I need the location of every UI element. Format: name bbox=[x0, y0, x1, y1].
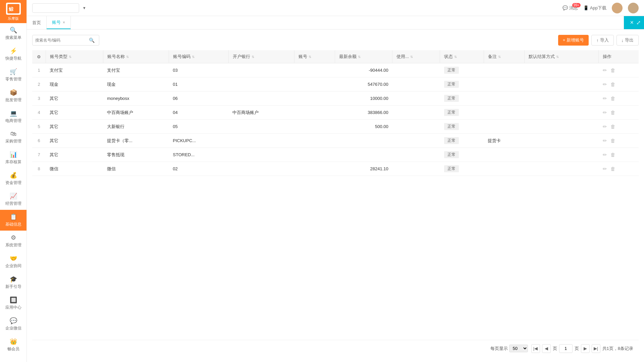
edit-button[interactable]: ✏ bbox=[603, 81, 607, 87]
sidebar-item-operations[interactable]: 📈 经营管理 bbox=[0, 189, 26, 210]
app-download-button[interactable]: 📱 App下载 bbox=[583, 5, 606, 11]
edit-button[interactable]: ✏ bbox=[603, 166, 607, 172]
last-page-button[interactable]: ▶| bbox=[592, 344, 600, 353]
message-button[interactable]: 💬 消息 99+ bbox=[562, 5, 578, 11]
status-badge: 正常 bbox=[444, 81, 459, 88]
row-usage bbox=[392, 120, 440, 134]
next-page-button[interactable]: ▶ bbox=[581, 344, 590, 353]
row-balance bbox=[335, 148, 392, 162]
row-code: PICKUPC... bbox=[169, 134, 228, 148]
row-default-payment bbox=[525, 162, 599, 176]
row-default-payment bbox=[525, 77, 599, 92]
tab-account[interactable]: 账号 × bbox=[47, 16, 71, 29]
sidebar-item-collaboration[interactable]: 🤝 企业协同 bbox=[0, 251, 26, 272]
sidebar-item-search[interactable]: 🔍 搜索菜单 bbox=[0, 23, 26, 44]
delete-button[interactable]: 🗑 bbox=[610, 96, 615, 102]
page-label: 页 bbox=[553, 346, 557, 352]
sort-note[interactable]: 备注 ⇅ bbox=[488, 54, 520, 60]
row-code: 02 bbox=[169, 162, 228, 176]
row-number: 8 bbox=[32, 162, 46, 176]
column-account: 账号 ⇅ bbox=[294, 50, 335, 63]
dropdown-button[interactable]: ▾ bbox=[83, 5, 86, 10]
page-size-dropdown[interactable]: 50 100 bbox=[509, 345, 528, 352]
sidebar-item-retail[interactable]: 🛒 零售管理 bbox=[0, 65, 26, 85]
window-expand-button[interactable]: ⤢ bbox=[636, 19, 641, 26]
edit-button[interactable]: ✏ bbox=[603, 124, 607, 130]
export-button[interactable]: ↓ 导出 bbox=[616, 35, 639, 46]
window-close-button[interactable]: × bbox=[630, 19, 634, 26]
sidebar-item-shortcuts[interactable]: ⚡ 快捷导航 bbox=[0, 44, 26, 65]
row-code: 05 bbox=[169, 120, 228, 134]
sidebar-item-label: 批发管理 bbox=[5, 97, 21, 103]
sidebar-item-purchase[interactable]: 🛍 采购管理 bbox=[0, 127, 26, 147]
sidebar-item-wechat-work[interactable]: 💬 企业微信 bbox=[0, 314, 26, 335]
sidebar-item-basic-info[interactable]: 📋 基础信息 bbox=[0, 210, 26, 231]
delete-button[interactable]: 🗑 bbox=[610, 110, 615, 116]
sort-code[interactable]: 账号编码 ⇅ bbox=[173, 54, 224, 60]
top-search-input[interactable] bbox=[32, 3, 79, 13]
edit-button[interactable]: ✏ bbox=[603, 110, 607, 116]
sort-default-payment[interactable]: 默认结算方式 ⇅ bbox=[529, 54, 594, 60]
row-default-payment bbox=[525, 106, 599, 120]
row-usage bbox=[392, 63, 440, 77]
delete-button[interactable]: 🗑 bbox=[610, 81, 615, 87]
edit-button[interactable]: ✏ bbox=[603, 152, 607, 158]
tab-home[interactable]: 首页 bbox=[27, 16, 47, 29]
add-account-button[interactable]: + 新增账号 bbox=[558, 35, 589, 46]
sidebar-item-guide[interactable]: 🎓 新手引导 bbox=[0, 272, 26, 293]
sort-status[interactable]: 状态 ⇅ bbox=[444, 54, 480, 60]
status-badge: 正常 bbox=[444, 137, 459, 144]
sort-bank[interactable]: 开户银行 ⇅ bbox=[233, 54, 290, 60]
app-center-icon: 🔲 bbox=[10, 296, 17, 304]
import-button[interactable]: ↑ 导入 bbox=[591, 35, 614, 46]
sidebar-item-wholesale[interactable]: 📦 批发管理 bbox=[0, 85, 26, 106]
page-input[interactable] bbox=[559, 344, 573, 353]
edit-button[interactable]: ✏ bbox=[603, 96, 607, 102]
sort-type[interactable]: 账号类型 ⇅ bbox=[50, 54, 99, 60]
pagination-bar: 每页显示 50 100 |◀ ◀ 页 页 ▶ ▶| 共1页，8条记录 bbox=[32, 340, 639, 357]
sort-account[interactable]: 账号 ⇅ bbox=[299, 54, 331, 60]
row-default-payment bbox=[525, 120, 599, 134]
edit-button[interactable]: ✏ bbox=[603, 67, 607, 73]
sidebar-item-inventory[interactable]: 📊 库存核算 bbox=[0, 147, 26, 168]
sidebar-item-finance[interactable]: 💰 资金管理 bbox=[0, 168, 26, 189]
row-name: 中百商场账户 bbox=[103, 106, 169, 120]
delete-button[interactable]: 🗑 bbox=[610, 124, 615, 130]
row-type: 其它 bbox=[46, 106, 103, 120]
prev-page-button[interactable]: ◀ bbox=[542, 344, 551, 353]
delete-button[interactable]: 🗑 bbox=[610, 166, 615, 172]
first-page-button[interactable]: |◀ bbox=[531, 344, 540, 353]
delete-button[interactable]: 🗑 bbox=[610, 152, 615, 158]
delete-button[interactable]: 🗑 bbox=[610, 138, 615, 144]
tab-close-icon[interactable]: × bbox=[63, 20, 65, 25]
sidebar-item-system[interactable]: ⚙ 系统管理 bbox=[0, 231, 26, 251]
sort-balance[interactable]: 最新余额 ⇅ bbox=[339, 54, 388, 60]
row-note bbox=[484, 106, 524, 120]
sidebar-item-label: 电商管理 bbox=[5, 118, 21, 124]
row-bank: 中百商场账户 bbox=[228, 106, 294, 120]
search-nav-icon: 🔍 bbox=[10, 26, 17, 34]
sidebar-item-member[interactable]: 👑 畅会员 bbox=[0, 335, 26, 355]
page-of-label: 页 bbox=[575, 346, 579, 352]
main-area: ▾ 💬 消息 99+ 📱 App下载 首页 账号 × bbox=[27, 0, 644, 362]
tab-home-label: 首页 bbox=[32, 20, 41, 26]
sort-usage[interactable]: 使用... ⇅ bbox=[396, 54, 436, 60]
delete-button[interactable]: 🗑 bbox=[610, 67, 615, 73]
user-avatar-2[interactable] bbox=[628, 3, 639, 13]
sidebar-item-label: 企业协同 bbox=[5, 263, 21, 269]
sidebar-item-ecommerce[interactable]: 💻 电商管理 bbox=[0, 106, 26, 127]
finance-icon: 💰 bbox=[10, 172, 17, 179]
row-code: 06 bbox=[169, 92, 228, 106]
sidebar-item-app-center[interactable]: 🔲 应用中心 bbox=[0, 293, 26, 314]
column-settings[interactable]: ⚙ bbox=[32, 50, 46, 63]
search-input[interactable] bbox=[35, 38, 89, 43]
row-code: 04 bbox=[169, 106, 228, 120]
search-icon[interactable]: 🔍 bbox=[89, 38, 95, 43]
edit-button[interactable]: ✏ bbox=[603, 138, 607, 144]
row-name: moneybosx bbox=[103, 92, 169, 106]
user-avatar[interactable] bbox=[612, 3, 623, 13]
message-icon: 💬 bbox=[562, 5, 568, 10]
sort-name[interactable]: 账号名称 ⇅ bbox=[107, 54, 165, 60]
table-row: 3 其它 moneybosx 06 10000.00 正常 ✏ 🗑 bbox=[32, 92, 639, 106]
column-action: 操作 bbox=[599, 50, 639, 63]
